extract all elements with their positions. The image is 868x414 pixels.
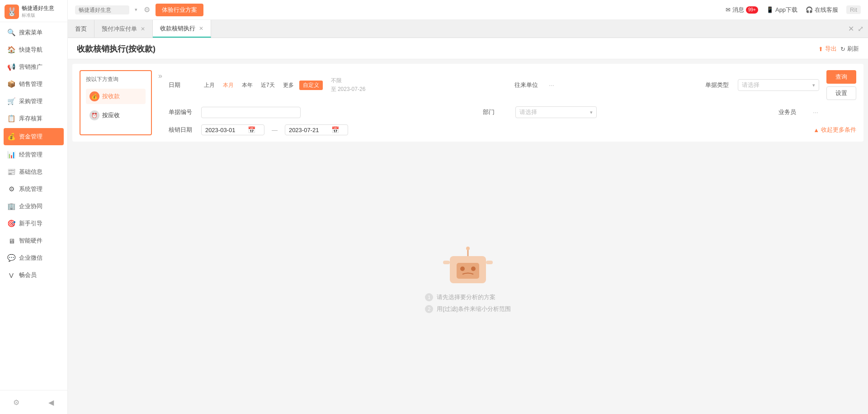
- offset-date-start-input[interactable]: [205, 127, 246, 133]
- offset-date-end-input[interactable]: [289, 127, 330, 133]
- sidebar-item-wechat[interactable]: 💬企业微信: [0, 249, 67, 266]
- online-service-item[interactable]: 🎧 在线客服: [806, 6, 838, 14]
- message-item[interactable]: ✉ 消息 99+: [726, 6, 758, 14]
- collapse-sidebar-btn[interactable]: ◀: [44, 395, 58, 409]
- collapse-label: 收起更多条件: [821, 126, 856, 134]
- department-label: 部门: [483, 108, 508, 116]
- sidebar-item-system[interactable]: ⚙系统管理: [0, 181, 67, 198]
- filter-option-by-receipt[interactable]: 💰 按收款: [86, 89, 146, 104]
- more-date-btn[interactable]: 更多: [280, 81, 297, 90]
- search-icon: 🔍: [7, 29, 15, 37]
- filter-collapse-button[interactable]: »: [156, 72, 164, 80]
- topbar-gear-icon[interactable]: ⚙: [144, 5, 150, 14]
- date-label: 日期: [169, 81, 194, 89]
- export-icon: ⬆: [818, 46, 823, 52]
- filter-option-by-receivable[interactable]: ⏰ 按应收: [86, 108, 146, 123]
- receipt-option-icon: 💰: [90, 91, 99, 101]
- empty-hint-2-text: 用[过滤]条件来缩小分析范围: [437, 305, 510, 313]
- sidebar-label-inventory: 库存核算: [19, 114, 42, 123]
- this-month-btn[interactable]: 本月: [220, 81, 236, 90]
- user-name[interactable]: Rit: [846, 5, 861, 14]
- svg-rect-7: [486, 261, 493, 264]
- industry-solution-button[interactable]: 体验行业方案: [156, 4, 203, 16]
- wechat-icon: 💬: [7, 254, 15, 262]
- sidebar-label-operation: 经营管理: [19, 151, 42, 159]
- sidebar-item-basic[interactable]: 📰基础信息: [0, 163, 67, 181]
- date-unlimited-label: 不限: [331, 77, 366, 85]
- export-button[interactable]: ⬆ 导出: [818, 45, 837, 53]
- offset-date-end-cal-icon[interactable]: 📅: [331, 126, 339, 133]
- maximize-tab-icon[interactable]: ⤢: [858, 24, 863, 33]
- tabbar-actions: ✕ ⤢: [844, 20, 868, 38]
- newbie-icon: 🎯: [7, 219, 15, 228]
- filter-row-2: 单据编号 部门 请选择 ▾ 业务员 ···: [169, 106, 856, 118]
- sidebar-nav: 🔍搜索菜单🏠快捷导航📢营销推广📦销售管理🛒采购管理📋库存核算💰资金管理📊经营管理…: [0, 22, 67, 390]
- sidebar-item-marketing[interactable]: 📢营销推广: [0, 58, 67, 76]
- system-icon: ⚙: [7, 185, 15, 193]
- settings-bottom-btn[interactable]: ⚙: [9, 395, 24, 409]
- finance-icon: 💰: [7, 133, 15, 141]
- content-area: 收款核销执行(按收款) ⬆ 导出 ↻ 刷新 按以下方查询 💰 按收款: [68, 38, 868, 414]
- this-year-btn[interactable]: 本年: [239, 81, 255, 90]
- quick-nav-icon: 🏠: [7, 46, 15, 54]
- empty-hint-1: 1 请先选择要分析的方案: [425, 293, 510, 301]
- tabbar: 首页 预付冲应付单 ✕ 收款核销执行 ✕ ✕ ⤢: [68, 20, 868, 38]
- sidebar: 🐰 畅捷通好生意 标准版 🔍搜索菜单🏠快捷导航📢营销推广📦销售管理🛒采购管理📋库…: [0, 0, 68, 414]
- offset-date-end-wrap[interactable]: 📅: [285, 124, 348, 135]
- hardware-icon: 🖥: [7, 237, 15, 245]
- last-7-days-btn[interactable]: 近7天: [258, 81, 278, 90]
- filter-section-title: 按以下方查询: [86, 76, 146, 83]
- close-receipt-tab-icon[interactable]: ✕: [199, 25, 203, 32]
- sidebar-item-operation[interactable]: 📊经营管理: [0, 146, 67, 163]
- counterpart-label: 往来单位: [514, 81, 540, 89]
- page-header: 收款核销执行(按收款) ⬆ 导出 ↻ 刷新: [68, 38, 868, 59]
- setting-button[interactable]: 设置: [826, 86, 856, 100]
- close-tab-icon[interactable]: ✕: [848, 24, 854, 33]
- close-prepay-tab-icon[interactable]: ✕: [141, 26, 145, 32]
- counterpart-dots[interactable]: ···: [547, 81, 556, 89]
- sidebar-item-search[interactable]: 🔍搜索菜单: [0, 24, 67, 41]
- refresh-button[interactable]: ↻ 刷新: [840, 45, 859, 53]
- sidebar-item-hardware[interactable]: 🖥智能硬件: [0, 232, 67, 249]
- custom-date-btn[interactable]: 自定义: [299, 81, 323, 90]
- sidebar-label-finance: 资金管理: [19, 133, 42, 141]
- offset-date-start-cal-icon[interactable]: 📅: [248, 126, 255, 133]
- sidebar-item-quick-nav[interactable]: 🏠快捷导航: [0, 41, 67, 58]
- refresh-icon: ↻: [840, 46, 845, 52]
- offset-date-start-wrap[interactable]: 📅: [201, 124, 264, 135]
- query-button[interactable]: 查询: [826, 70, 856, 84]
- empty-hint-1-text: 请先选择要分析的方案: [437, 293, 495, 301]
- sidebar-item-inventory[interactable]: 📋库存核算: [0, 110, 67, 127]
- sidebar-item-sales[interactable]: 📦销售管理: [0, 76, 67, 93]
- doc-number-input[interactable]: [201, 107, 301, 118]
- department-select[interactable]: 请选择 ▾: [515, 106, 597, 118]
- sidebar-item-finance[interactable]: 💰资金管理: [4, 128, 64, 145]
- salesperson-dots[interactable]: ···: [811, 109, 820, 116]
- topbar-chevron-icon[interactable]: ▾: [135, 7, 137, 13]
- brand-search-input[interactable]: [75, 5, 129, 14]
- sidebar-label-system: 系统管理: [19, 185, 42, 193]
- collapse-more-btn[interactable]: ▲ 收起更多条件: [813, 126, 856, 134]
- doc-type-select[interactable]: 请选择 ▾: [738, 79, 819, 91]
- tab-receipt-offset[interactable]: 收款核销执行 ✕: [153, 20, 211, 38]
- sidebar-label-basic: 基础信息: [19, 168, 42, 176]
- message-icon: ✉: [726, 6, 731, 13]
- topbar-brand: [75, 5, 129, 14]
- sidebar-logo: 🐰 畅捷通好生意 标准版: [0, 0, 67, 22]
- tab-home[interactable]: 首页: [68, 20, 94, 38]
- filter-right-panel: 日期 上月 本月 本年 近7天 更多 自定义 不限 至 2023-07-26: [169, 70, 856, 135]
- receivable-option-icon: ⏰: [90, 110, 99, 120]
- tab-prepay-offset[interactable]: 预付冲应付单 ✕: [94, 20, 153, 38]
- sidebar-item-enterprise[interactable]: 🏢企业协同: [0, 198, 67, 215]
- sidebar-item-newbie[interactable]: 🎯新手引导: [0, 215, 67, 232]
- empty-svg-icon: [441, 243, 495, 288]
- sidebar-item-purchase[interactable]: 🛒采购管理: [0, 93, 67, 110]
- sidebar-item-member[interactable]: V畅会员: [0, 266, 67, 284]
- sidebar-bottom: ⚙ ◀: [0, 390, 67, 414]
- message-badge: 99+: [746, 6, 758, 14]
- last-month-btn[interactable]: 上月: [201, 81, 217, 90]
- collapse-chevron-icon: ▲: [813, 127, 819, 133]
- main-area: ▾ ⚙ 体验行业方案 ✉ 消息 99+ 📱 App下载 🎧 在线客服 Rit 首…: [68, 0, 868, 414]
- app-download-item[interactable]: 📱 App下载: [766, 6, 797, 14]
- online-service-label: 在线客服: [815, 6, 838, 14]
